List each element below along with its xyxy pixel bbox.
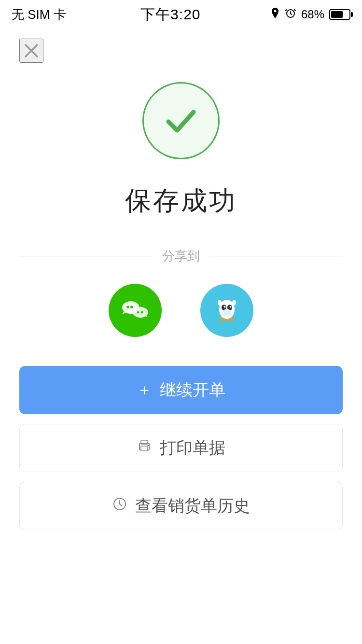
svg-point-19 (227, 318, 234, 321)
alarm-icon (285, 7, 296, 22)
share-label: 分享到 (162, 248, 200, 265)
success-title: 保存成功 (125, 183, 237, 219)
svg-point-7 (126, 306, 129, 308)
status-bar: 无 SIM 卡 下午3:20 68% (0, 0, 362, 29)
history-label: 查看销货单历史 (135, 495, 250, 517)
continue-order-button[interactable]: ＋ 继续开单 (19, 366, 343, 414)
svg-rect-23 (141, 446, 148, 451)
svg-point-25 (148, 445, 149, 446)
status-time: 下午3:20 (140, 5, 200, 25)
share-divider: 分享到 (19, 248, 343, 265)
continue-order-label: 继续开单 (160, 379, 225, 401)
svg-point-15 (230, 306, 232, 308)
svg-point-17 (223, 309, 231, 317)
share-icons (109, 284, 253, 337)
history-button[interactable]: 查看销货单历史 (19, 482, 343, 530)
wechat-share-button[interactable] (109, 284, 162, 337)
svg-point-1 (274, 10, 276, 13)
main-content: 保存成功 分享到 (0, 29, 362, 644)
qq-share-button[interactable] (200, 284, 253, 337)
battery-label: 68% (301, 8, 324, 21)
divider-line-left (19, 256, 153, 256)
battery-fill (331, 11, 343, 18)
svg-point-9 (137, 311, 139, 314)
divider-line-right (209, 256, 343, 256)
success-icon-container (142, 82, 220, 159)
action-buttons: ＋ 继续开单 打印单据 查看销货单历史 (19, 366, 343, 530)
history-icon (112, 496, 127, 516)
svg-point-21 (232, 300, 236, 306)
location-icon (270, 7, 280, 22)
svg-point-18 (220, 318, 226, 321)
qq-logo-icon (211, 295, 242, 326)
print-button[interactable]: 打印单据 (19, 424, 343, 472)
battery-icon-block (329, 9, 350, 20)
checkmark-icon (162, 101, 200, 140)
status-left: 无 SIM 卡 (12, 6, 71, 23)
svg-point-10 (141, 311, 143, 314)
svg-point-14 (224, 306, 226, 308)
svg-point-20 (218, 300, 222, 306)
printer-icon (137, 438, 152, 458)
close-button[interactable] (19, 39, 43, 63)
battery-icon (329, 9, 350, 20)
carrier-label: 无 SIM 卡 (12, 6, 66, 23)
print-label: 打印单据 (160, 437, 225, 459)
status-right: 68% (270, 7, 350, 22)
plus-icon: ＋ (137, 379, 152, 401)
wechat-logo-icon (119, 297, 151, 324)
svg-point-8 (130, 306, 133, 308)
share-section: 分享到 (19, 248, 343, 337)
